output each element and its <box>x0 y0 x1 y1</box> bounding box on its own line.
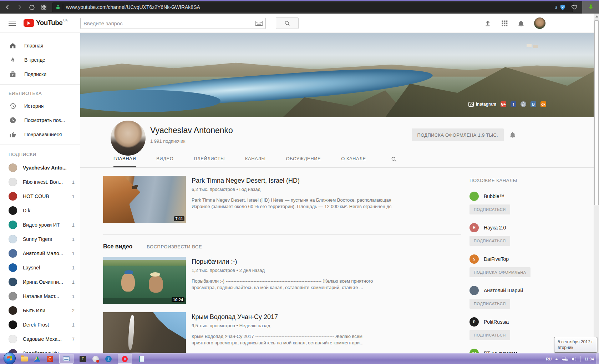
play-all-link[interactable]: ВОСПРОИЗВЕСТИ ВСЕ <box>147 244 202 249</box>
upload-icon[interactable] <box>484 19 492 27</box>
channel-name: Vyacheslav Anto... <box>23 165 72 171</box>
channel-search-icon[interactable] <box>391 156 397 162</box>
instagram-icon[interactable] <box>468 102 474 107</box>
sidebar-item-watch-later[interactable]: Посмотреть поз... <box>0 113 80 127</box>
scrollbar-thumb[interactable] <box>594 20 599 205</box>
subscribe-button[interactable]: ПОДПИСАТЬСЯ <box>469 299 510 309</box>
subscribed-button[interactable]: ПОДПИСКА ОФОРМЛЕНА 1,9 ТЫС. <box>412 128 504 141</box>
video-title[interactable]: Крым Водопад Учан-Су 2017 <box>192 313 378 321</box>
notifications-bell-icon[interactable] <box>517 20 525 27</box>
google-plus-icon[interactable]: G+ <box>501 101 506 107</box>
search-field[interactable] <box>80 18 266 29</box>
related-channel-row[interactable]: Анатолий Шарий <box>469 286 559 295</box>
channel-name[interactable]: Анатолий Шарий <box>484 288 523 293</box>
sidebar-item-trending[interactable]: В тренде <box>0 53 80 67</box>
on-screen-keyboard-taskbar-button[interactable] <box>59 354 73 364</box>
forward-button-icon[interactable] <box>15 2 24 12</box>
subscribe-button[interactable]: ПОДПИСАТЬСЯ <box>469 236 510 246</box>
video-thumbnail[interactable]: 7:11 <box>103 176 186 223</box>
youtube-logo[interactable]: YouTube UA <box>24 19 68 27</box>
video-thumbnail[interactable] <box>103 312 186 353</box>
speed-dial-grid-icon[interactable] <box>39 2 49 12</box>
on-screen-keyboard-icon[interactable] <box>255 21 263 26</box>
google-drive-taskbar-icon[interactable] <box>34 355 41 363</box>
sidebar-subscription-item[interactable]: Derek Frost 1 <box>0 318 80 332</box>
explorer-taskbar-icon[interactable] <box>21 355 28 363</box>
tab-about[interactable]: О КАНАЛЕ <box>341 151 366 167</box>
channel-name[interactable]: Bubble™ <box>484 193 504 199</box>
sidebar-subscription-item[interactable]: Заработок в Ин... <box>0 346 80 353</box>
world-of-tanks-taskbar-icon[interactable]: T <box>79 355 86 363</box>
channel-avatar-large[interactable] <box>111 121 146 156</box>
related-channel-row[interactable]: RT RT на русском <box>469 349 559 353</box>
channel-name[interactable]: Наука 2.0 <box>484 225 506 231</box>
tab-discussion[interactable]: ОБСУЖДЕНИЕ <box>286 151 321 167</box>
subscribed-button[interactable]: ПОДПИСКА ОФОРМЛЕНА <box>469 267 531 277</box>
video-title[interactable]: Park Timna Negev Desert, Israel (HD) <box>192 177 391 184</box>
related-channel-row[interactable]: 5 DaiFiveTop <box>469 254 559 264</box>
tray-expand-arrow[interactable] <box>555 358 558 360</box>
facebook-icon[interactable]: f <box>511 101 516 107</box>
start-button[interactable] <box>4 352 16 364</box>
subscribe-button[interactable]: ПОДПИСАТЬСЯ <box>469 330 510 340</box>
guide-menu-icon[interactable] <box>9 21 16 26</box>
sidebar-subscription-item[interactable]: Laysnel 1 <box>0 261 80 275</box>
address-bar[interactable]: www.youtube.com/channel/UCvqUXT6z2Y6Nk-G… <box>52 2 573 12</box>
sidebar-item-home[interactable]: Главная <box>0 39 80 53</box>
odnoklassniki-icon[interactable]: ok <box>540 101 546 107</box>
subscribe-button[interactable]: ПОДПИСАТЬСЯ <box>469 204 510 214</box>
tab-home[interactable]: ГЛАВНАЯ <box>113 151 136 167</box>
opera-taskbar-button[interactable] <box>118 354 132 364</box>
sidebar-subscription-item[interactable]: Наталья Маст... 1 <box>0 289 80 303</box>
browser-sidebar-toggle[interactable] <box>582 1 599 14</box>
sidebar-subscription-item[interactable]: Fibo invest. Вол... 1 <box>0 175 80 189</box>
tab-channels[interactable]: КАНАЛЫ <box>245 151 266 167</box>
sidebar-item-liked[interactable]: Понравившиеся <box>0 127 80 142</box>
url-text[interactable]: www.youtube.com/channel/UCvqUXT6z2Y6Nk-G… <box>66 4 200 10</box>
related-channel-row[interactable]: P PolitRussia <box>469 317 559 327</box>
heart-bookmark-icon[interactable] <box>571 4 578 10</box>
network-tray-icon[interactable] <box>562 357 568 362</box>
sidebar-subscription-item[interactable]: D k <box>0 203 80 218</box>
website-globe-icon[interactable] <box>521 101 526 107</box>
related-channel-row[interactable]: H Наука 2.0 <box>469 223 559 232</box>
notepad-taskbar-icon[interactable] <box>138 355 145 363</box>
channel-bell-icon[interactable] <box>509 131 517 139</box>
sidebar-subscription-item[interactable]: Vyacheslav Anto... <box>0 161 80 175</box>
sidebar-subscription-item[interactable]: Видео уроки ИТ 1 <box>0 218 80 232</box>
sidebar-subscription-item[interactable]: Sunny Tigers 1 <box>0 232 80 246</box>
tab-playlists[interactable]: ПЛЕЙЛИСТЫ <box>194 151 225 167</box>
sidebar-subscription-item[interactable]: Анатолий Мало... 1 <box>0 246 80 261</box>
taskbar-clock[interactable]: 11:04 <box>584 357 594 361</box>
instagram-label[interactable]: Instagram <box>476 102 496 107</box>
sidebar-item-subscriptions[interactable]: Подписки <box>0 67 80 81</box>
youtube-apps-icon[interactable] <box>501 20 508 27</box>
sidebar-subscription-item[interactable]: HOT COUB 1 <box>0 189 80 203</box>
language-indicator[interactable]: RU <box>546 357 552 361</box>
sidebar-subscription-item[interactable]: Ирина Овчинни... 1 <box>0 275 80 289</box>
zona-taskbar-icon[interactable]: Z <box>105 355 112 363</box>
video-thumbnail[interactable]: 10:24 <box>103 257 186 304</box>
sidebar-item-history[interactable]: История <box>0 99 80 113</box>
channel-name[interactable]: PolitRussia <box>484 319 509 325</box>
vk-icon[interactable]: В <box>531 101 536 107</box>
channel-name[interactable]: DaiFiveTop <box>484 256 509 262</box>
show-desktop-button[interactable] <box>597 354 599 364</box>
account-avatar[interactable] <box>534 17 545 29</box>
related-channel-row[interactable]: Bubble™ <box>469 192 559 201</box>
search-input[interactable] <box>83 20 253 26</box>
scheduler-taskbar-icon[interactable] <box>92 355 99 363</box>
reload-icon[interactable] <box>27 2 36 12</box>
tab-videos[interactable]: ВИДЕО <box>156 151 173 167</box>
browser-scrollbar[interactable] <box>594 14 599 353</box>
scrollbar-up-arrow[interactable] <box>595 15 598 17</box>
search-button[interactable] <box>276 17 299 29</box>
volume-tray-icon[interactable] <box>571 357 577 362</box>
back-button-icon[interactable] <box>3 2 12 12</box>
video-title[interactable]: Порыбачили :-) <box>192 258 378 266</box>
adblock-shield-icon[interactable] <box>559 4 566 11</box>
sidebar-subscription-item[interactable]: Садовые Меха... 7 <box>0 332 80 346</box>
channel-name[interactable]: RT на русском <box>484 350 517 353</box>
sidebar-subscription-item[interactable]: Быть Или 2 <box>0 303 80 318</box>
ccleaner-taskbar-icon[interactable]: C <box>46 355 54 363</box>
